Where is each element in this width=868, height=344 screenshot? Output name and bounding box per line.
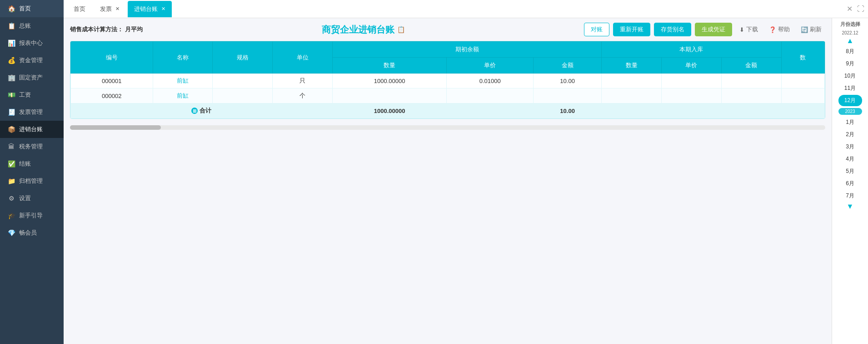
month-10[interactable]: 10月 — [838, 70, 862, 82]
refresh-label: 刷新 — [810, 25, 822, 34]
month-11[interactable]: 11月 — [838, 83, 862, 94]
sidebar-item-label: 总账 — [19, 22, 31, 30]
row1-extra — [781, 74, 824, 88]
sidebar-item-invoice-mgmt[interactable]: 🧾 发票管理 — [0, 103, 64, 121]
row2-current-in-qty — [602, 88, 662, 103]
row2-unit: 个 — [273, 88, 333, 103]
total-row: ⊞ 合计 1000.00000 10.00 — [71, 103, 825, 118]
table-row: 000001 前缸 只 1000.00000 0.01000 10.00 — [71, 74, 825, 88]
row2-current-in-price — [661, 88, 721, 103]
tab-home-label: 首页 — [74, 5, 85, 13]
total-opening-price — [447, 103, 534, 118]
sidebar-item-label: 税务管理 — [19, 143, 43, 151]
month-9[interactable]: 9月 — [838, 58, 862, 69]
month-3[interactable]: 3月 — [838, 141, 862, 152]
window-close-button[interactable]: ✕ — [847, 5, 853, 13]
sidebar-item-label: 设置 — [19, 194, 31, 202]
month-panel-title: 月份选择 — [840, 21, 860, 28]
data-table: 编号 名称 规格 单位 期初余额 本期入库 数 数量 单价 金额 数 — [70, 41, 825, 118]
help-label: 帮助 — [778, 25, 790, 34]
row1-current-in-price — [661, 74, 721, 88]
total-opening-amount: 10.00 — [534, 103, 602, 118]
guide-icon: 🎓 — [7, 212, 15, 219]
tab-purchase-sales[interactable]: 进销台账 ✕ — [128, 1, 172, 17]
month-6[interactable]: 6月 — [838, 178, 862, 189]
month-12[interactable]: 12月 — [838, 95, 862, 106]
table-row: 000002 前缸 个 — [71, 88, 825, 103]
sidebar-item-label: 工资 — [19, 91, 31, 99]
refresh-button[interactable]: 🔄 刷新 — [797, 23, 825, 36]
th-opening-amount: 金额 — [534, 58, 602, 74]
generate-voucher-button[interactable]: 生成凭证 — [695, 23, 732, 36]
save-alias-button[interactable]: 存货别名 — [654, 23, 691, 36]
month-5[interactable]: 5月 — [838, 166, 862, 177]
page-title-text: 商贸企业进销台账 — [322, 24, 394, 36]
cost-method-info: 销售成本计算方法： 月平均 — [70, 25, 143, 34]
month-7[interactable]: 7月 — [838, 190, 862, 201]
page-title-icon[interactable]: 📋 — [397, 26, 405, 33]
month-scroll-up[interactable]: ▲ — [847, 36, 854, 45]
sidebar: 🏠 首页 📋 总账 📊 报表中心 💰 资金管理 🏢 固定资产 💵 工资 🧾 发票… — [0, 0, 64, 344]
sidebar-item-label: 新手引导 — [19, 211, 43, 220]
sidebar-item-assets[interactable]: 🏢 固定资产 — [0, 69, 64, 86]
row1-opening-price: 0.01000 — [447, 74, 534, 88]
month-8[interactable]: 8月 — [838, 46, 862, 57]
row1-current-in-qty — [602, 74, 662, 88]
download-button[interactable]: ⬇ 下载 — [736, 23, 762, 36]
sidebar-item-reports[interactable]: 📊 报表中心 — [0, 34, 64, 52]
sidebar-item-salary[interactable]: 💵 工资 — [0, 86, 64, 103]
sidebar-item-settings[interactable]: ⚙ 设置 — [0, 190, 64, 207]
ledger-icon: 📋 — [7, 22, 15, 29]
th-number: 编号 — [71, 42, 153, 74]
sidebar-item-member[interactable]: 💎 畅会员 — [0, 224, 64, 241]
window-maximize-button[interactable]: ⛶ — [857, 5, 864, 13]
month-2[interactable]: 2月 — [838, 129, 862, 140]
help-icon: ❓ — [769, 26, 776, 33]
tax-icon: 🏛 — [7, 143, 15, 150]
row2-number: 000002 — [71, 88, 153, 103]
month-1[interactable]: 1月 — [838, 117, 862, 128]
cost-method-value: 月平均 — [125, 26, 143, 33]
tab-purchase-sales-label: 进销台账 — [134, 5, 158, 13]
sidebar-item-ledger[interactable]: 📋 总账 — [0, 17, 64, 34]
row2-opening-qty — [332, 88, 446, 103]
sidebar-item-archive[interactable]: 📁 归档管理 — [0, 172, 64, 190]
scrollbar-thumb — [70, 125, 161, 130]
sidebar-item-purchase-sales[interactable]: 📦 进销台账 — [0, 121, 64, 138]
total-icon: ⊞ — [191, 108, 198, 114]
sidebar-item-home[interactable]: 🏠 首页 — [0, 0, 64, 17]
month-panel: 月份选择 2022.12 ▲ 8月 9月 10月 11月 12月 2023 1月… — [832, 18, 868, 344]
sidebar-item-guide[interactable]: 🎓 新手引导 — [0, 207, 64, 224]
archive-icon: 📁 — [7, 177, 15, 185]
horizontal-scrollbar[interactable] — [70, 125, 825, 130]
month-4[interactable]: 4月 — [838, 153, 862, 165]
sidebar-item-funds[interactable]: 💰 资金管理 — [0, 52, 64, 69]
reopen-button[interactable]: 重新开账 — [613, 23, 650, 36]
help-button[interactable]: ❓ 帮助 — [765, 23, 793, 36]
invoice-mgmt-icon: 🧾 — [7, 108, 15, 116]
th-spec: 规格 — [213, 42, 273, 74]
tab-invoice[interactable]: 发票 ✕ — [94, 1, 126, 17]
sidebar-item-label: 发票管理 — [19, 108, 43, 116]
sidebar-item-label: 资金管理 — [19, 56, 43, 64]
total-current-in-amount — [721, 103, 781, 118]
row1-spec — [213, 74, 273, 88]
year-2023-badge: 2023 — [838, 108, 862, 115]
sidebar-item-tax[interactable]: 🏛 税务管理 — [0, 138, 64, 155]
tab-invoice-label: 发票 — [100, 5, 112, 13]
tab-home[interactable]: 首页 — [67, 1, 92, 17]
total-label-text: 合计 — [200, 107, 211, 115]
tab-purchase-sales-close[interactable]: ✕ — [161, 6, 165, 12]
month-scroll-down[interactable]: ▼ — [847, 202, 854, 211]
reconcile-button[interactable]: 对账 — [584, 23, 609, 36]
tab-bar: 首页 发票 ✕ 进销台账 ✕ ✕ ⛶ — [64, 0, 868, 18]
toolbar: 对账 重新开账 存货别名 生成凭证 ⬇ 下载 ❓ 帮助 🔄 刷新 — [584, 23, 825, 36]
tab-invoice-close[interactable]: ✕ — [115, 6, 120, 12]
page-area: 销售成本计算方法： 月平均 商贸企业进销台账 📋 对账 重新开账 存货别名 生成… — [64, 18, 832, 344]
sidebar-item-label: 报表中心 — [19, 39, 43, 47]
total-opening-qty: 1000.00000 — [332, 103, 446, 118]
th-opening-qty: 数量 — [332, 58, 446, 74]
row1-name: 前缸 — [153, 74, 213, 88]
sidebar-item-checkout[interactable]: ✅ 结账 — [0, 155, 64, 172]
th-name: 名称 — [153, 42, 213, 74]
